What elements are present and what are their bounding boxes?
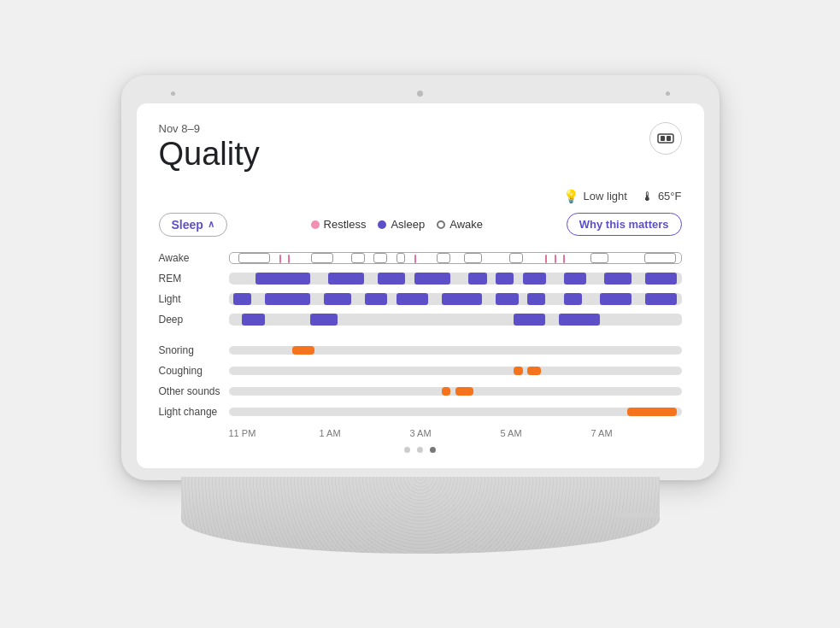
- awake-dot: [437, 220, 445, 229]
- table-row: Light: [159, 290, 682, 308]
- temp-info: 🌡 65°F: [641, 189, 682, 203]
- env-info: 💡 Low light 🌡 65°F: [563, 189, 682, 204]
- light-track: [229, 293, 682, 305]
- row-label-light: Light: [159, 293, 229, 305]
- coughing-track: [229, 367, 682, 375]
- row-label-snoring: Snoring: [159, 344, 229, 356]
- sleep-dropdown[interactable]: Sleep ∧: [159, 213, 227, 237]
- time-label-1am: 1 AM: [320, 428, 410, 438]
- sleep-mode-button[interactable]: [649, 122, 682, 155]
- awake-track: [229, 252, 682, 264]
- legend-awake: Awake: [437, 218, 483, 231]
- table-row: Light change: [159, 402, 682, 421]
- time-label-11pm: 11 PM: [229, 428, 320, 438]
- awake-label: Awake: [449, 218, 483, 231]
- temp-label: 65°F: [658, 190, 682, 202]
- pagination-dot-1[interactable]: [404, 447, 410, 453]
- time-label-5am: 5 AM: [501, 428, 591, 438]
- row-label-coughing: Coughing: [159, 365, 229, 377]
- row-label-deep: Deep: [159, 314, 229, 326]
- rem-track: [229, 273, 682, 285]
- device-wrapper: Nov 8–9 Quality 💡 Low ligh: [121, 75, 720, 554]
- restless-label: Restless: [324, 218, 367, 231]
- svg-rect-2: [667, 136, 671, 141]
- snoring-track: [229, 346, 682, 355]
- svg-rect-0: [658, 134, 673, 143]
- section-gap: [159, 334, 682, 341]
- screen: Nov 8–9 Quality 💡 Low ligh: [137, 103, 704, 468]
- deep-track: [229, 314, 682, 326]
- temp-icon: 🌡: [641, 189, 654, 203]
- row-label-other-sounds: Other sounds: [159, 385, 229, 397]
- device-top-bar: [137, 91, 704, 103]
- light-info: 💡 Low light: [563, 189, 627, 204]
- page-title: Quality: [159, 137, 260, 173]
- chevron-up-icon: ∧: [208, 219, 214, 230]
- svg-rect-1: [661, 136, 665, 141]
- pagination-dot-3[interactable]: [430, 447, 436, 453]
- device-cable: [617, 513, 660, 518]
- light-icon: 💡: [563, 189, 579, 204]
- asleep-label: Asleep: [391, 218, 425, 231]
- table-row: Coughing: [159, 361, 682, 380]
- chart-area: Awake: [159, 249, 682, 438]
- chart-rows: Awake: [159, 249, 682, 423]
- device-base: [181, 477, 660, 554]
- table-row: Snoring: [159, 341, 682, 360]
- legend-asleep: Asleep: [378, 218, 425, 231]
- light-change-track: [229, 408, 682, 416]
- controls-row: Sleep ∧ Restless Asleep Awake: [159, 213, 682, 237]
- table-row: REM: [159, 269, 682, 288]
- other-sounds-track: [229, 387, 682, 396]
- legend: Restless Asleep Awake: [243, 218, 551, 231]
- row-label-rem: REM: [159, 273, 229, 285]
- table-row: Deep: [159, 310, 682, 329]
- device-housing: Nov 8–9 Quality 💡 Low ligh: [121, 75, 720, 480]
- row-label-light-change: Light change: [159, 406, 229, 418]
- why-matters-button[interactable]: Why this matters: [567, 213, 682, 236]
- time-axis: 11 PM 1 AM 3 AM 5 AM 7 AM: [159, 428, 682, 438]
- time-label-3am: 3 AM: [410, 428, 501, 438]
- date-label: Nov 8–9: [159, 122, 260, 135]
- device-camera: [417, 91, 423, 97]
- pagination-dot-2[interactable]: [417, 447, 423, 453]
- restless-dot: [311, 220, 320, 229]
- title-section: Nov 8–9 Quality: [159, 122, 260, 173]
- light-label: Low light: [584, 190, 627, 202]
- legend-restless: Restless: [311, 218, 367, 231]
- screen-header: Nov 8–9 Quality 💡 Low ligh: [159, 122, 682, 204]
- table-row: Awake: [159, 249, 682, 267]
- asleep-dot: [378, 220, 386, 229]
- sleep-dropdown-label: Sleep: [172, 218, 203, 232]
- time-label-7am: 7 AM: [591, 428, 682, 438]
- device-dot-left: [171, 91, 175, 96]
- row-label-awake: Awake: [159, 252, 229, 264]
- device-dot-right: [666, 91, 670, 96]
- pagination-dots: [159, 447, 682, 453]
- table-row: Other sounds: [159, 382, 682, 401]
